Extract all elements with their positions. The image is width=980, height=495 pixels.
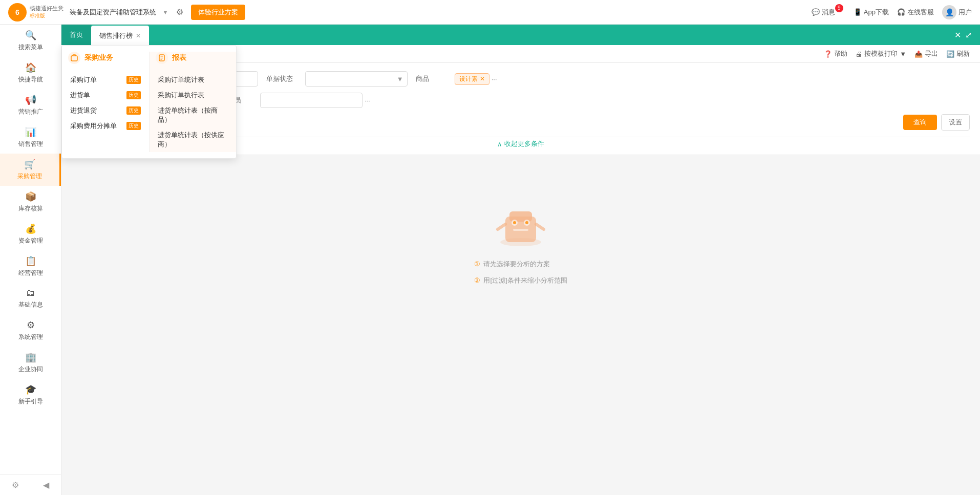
- tab-bar-right: ✕ ⤢: [954, 30, 980, 40]
- export-label: 导出: [925, 49, 938, 58]
- print-action[interactable]: 🖨 按模板打印 ▼: [856, 49, 906, 58]
- settings-icon-btn[interactable]: ⚙: [173, 5, 187, 19]
- purchase-order-stats-label: 采购订单统计表: [158, 75, 204, 84]
- dropdown-item-purchase-expense[interactable]: 采购费用分摊单 历史: [68, 118, 143, 134]
- tab-bar: 首页 销售排行榜 ✕ ✕ ⤢: [61, 25, 980, 45]
- purchase-section-icon: [68, 52, 80, 64]
- refresh-action[interactable]: 🔄 刷新: [946, 49, 970, 58]
- tab-close-icon[interactable]: ✕: [136, 32, 141, 39]
- tab-bar-close-btn[interactable]: ✕: [954, 30, 961, 40]
- dropdown-item-stock-in-by-supplier[interactable]: 进货单统计表（按供应商）: [156, 127, 230, 152]
- system-icon: ⚙: [27, 319, 35, 331]
- sidebar-item-newbie[interactable]: 🎓 新手引导: [0, 379, 61, 411]
- sidebar-item-purchase[interactable]: 🛒 采购管理: [0, 154, 61, 186]
- app-download-action[interactable]: 📱 App下载: [854, 8, 889, 17]
- sidebar-item-marketing[interactable]: 📢 营销推广: [0, 89, 61, 121]
- sidebar-item-sales[interactable]: 📊 销售管理: [0, 121, 61, 154]
- search-icon: 🔍: [25, 30, 36, 41]
- stock-return-history: 历史: [126, 106, 141, 115]
- salesperson-ellipsis[interactable]: ···: [365, 97, 370, 104]
- sidebar-item-operations[interactable]: 📋 经营管理: [0, 250, 61, 283]
- message-label: 消息: [822, 8, 835, 17]
- tab-sales-rank[interactable]: 销售排行榜 ✕: [91, 26, 149, 46]
- sidebar-item-inventory[interactable]: 📦 库存核算: [0, 186, 61, 218]
- industry-btn[interactable]: 体验行业方案: [191, 5, 245, 20]
- export-action[interactable]: 📤 导出: [914, 49, 938, 58]
- svg-rect-4: [509, 211, 532, 222]
- sidebar-settings-btn[interactable]: ⚙: [12, 480, 19, 490]
- sidebar-label-system: 系统管理: [18, 333, 43, 341]
- title-dropdown-icon[interactable]: ▼: [162, 9, 168, 16]
- sidebar-label-quick-nav: 快捷导航: [18, 75, 43, 84]
- newbie-icon: 🎓: [25, 384, 36, 395]
- refresh-label: 刷新: [956, 49, 970, 58]
- basic-info-icon: 🗂: [26, 288, 35, 298]
- sidebar: 🔍 搜索菜单 🏠 快捷导航 📢 营销推广 📊 销售管理 🛒 采购管理 📦 库存核…: [0, 25, 61, 495]
- sidebar-label-search: 搜索菜单: [18, 43, 43, 52]
- sidebar-item-quick-nav[interactable]: 🏠 快捷导航: [0, 57, 61, 89]
- stock-in-history: 历史: [126, 91, 141, 99]
- product-ellipsis[interactable]: ···: [492, 75, 497, 83]
- dropdown-item-stock-return[interactable]: 进货退货 历史: [68, 103, 143, 118]
- app-download-label: App下载: [864, 8, 889, 17]
- tab-home[interactable]: 首页: [61, 25, 91, 45]
- collapse-btn[interactable]: ∧ 收起更多条件: [497, 139, 544, 148]
- purchase-business-col: 采购业务 采购订单 历史 进货单 历史 进货退货 历史 采购费用分摊单 历史: [62, 52, 149, 152]
- sidebar-item-basic-info[interactable]: 🗂 基础信息: [0, 283, 61, 314]
- stock-in-by-supplier-label: 进货单统计表（按供应商）: [158, 131, 228, 149]
- product-label: 商品: [416, 74, 446, 83]
- dropdown-item-purchase-order-exec[interactable]: 采购订单执行表: [156, 88, 230, 103]
- sidebar-item-capital[interactable]: 💰 资金管理: [0, 218, 61, 250]
- tab-bar-expand-btn[interactable]: ⤢: [965, 30, 972, 40]
- sidebar-label-marketing: 营销推广: [18, 107, 43, 116]
- dropdown-item-purchase-order-stats[interactable]: 采购订单统计表: [156, 72, 230, 88]
- settings-btn[interactable]: 设置: [941, 114, 970, 131]
- headset-icon: 🎧: [897, 8, 905, 16]
- product-tag-value: 设计素: [459, 75, 478, 83]
- export-icon: 📤: [914, 50, 923, 58]
- sidebar-label-enterprise: 企业协同: [18, 365, 43, 374]
- phone-icon: 📱: [854, 8, 862, 16]
- message-badge: 9: [835, 4, 843, 12]
- collapse-icon: ∧: [497, 140, 502, 148]
- svg-point-8: [525, 221, 528, 224]
- sidebar-label-newbie: 新手引导: [18, 397, 43, 406]
- sidebar-item-search[interactable]: 🔍 搜索菜单: [0, 25, 61, 57]
- sidebar-item-system[interactable]: ⚙ 系统管理: [0, 314, 61, 347]
- purchase-expense-label: 采购费用分摊单: [70, 121, 117, 131]
- purchase-dropdown-menu: 采购业务 采购订单 历史 进货单 历史 进货退货 历史 采购费用分摊单 历史: [61, 45, 237, 159]
- purchase-order-history: 历史: [126, 76, 141, 84]
- capital-icon: 💰: [25, 223, 36, 234]
- purchase-order-label: 采购订单: [70, 75, 97, 84]
- salesperson-input[interactable]: [260, 93, 363, 108]
- sidebar-label-operations: 经营管理: [18, 269, 43, 277]
- collapse-label: 收起更多条件: [504, 139, 544, 148]
- message-action[interactable]: 💬 消息 9: [812, 8, 845, 17]
- svg-text:6: 6: [15, 8, 19, 16]
- empty-illustration: [490, 196, 551, 247]
- user-action[interactable]: 👤 用户: [942, 5, 972, 19]
- dropdown-item-purchase-order[interactable]: 采购订单 历史: [68, 72, 143, 88]
- sidebar-item-enterprise[interactable]: 🏢 企业协同: [0, 347, 61, 379]
- purchase-section-title: 采购业务: [68, 52, 143, 67]
- tab-home-label: 首页: [70, 30, 83, 39]
- dropdown-item-stock-in-by-product[interactable]: 进货单统计表（按商品）: [156, 103, 230, 127]
- doc-status-label: 单据状态: [266, 74, 297, 83]
- print-dropdown-icon: ▼: [900, 50, 906, 58]
- sidebar-label-purchase: 采购管理: [17, 172, 42, 181]
- purchase-order-exec-label: 采购订单执行表: [158, 91, 204, 100]
- sidebar-collapse-btn[interactable]: ◀: [43, 480, 49, 490]
- online-service-action[interactable]: 🎧 在线客服: [897, 8, 934, 17]
- doc-status-input[interactable]: [305, 71, 408, 87]
- sidebar-label-inventory: 库存核算: [18, 204, 43, 213]
- doc-status-dropdown-icon: ▼: [397, 75, 403, 83]
- query-btn[interactable]: 查询: [903, 115, 937, 130]
- marketing-icon: 📢: [25, 94, 36, 105]
- system-title: 装备及固定资产辅助管理系统: [70, 8, 156, 17]
- help-action[interactable]: ❓ 帮助: [824, 49, 847, 58]
- product-tag-close[interactable]: ✕: [480, 75, 485, 82]
- sidebar-label-basic-info: 基础信息: [18, 300, 43, 309]
- logo-badge: 标准版: [30, 12, 63, 19]
- dropdown-item-stock-in[interactable]: 进货单 历史: [68, 88, 143, 103]
- svg-point-7: [513, 221, 516, 224]
